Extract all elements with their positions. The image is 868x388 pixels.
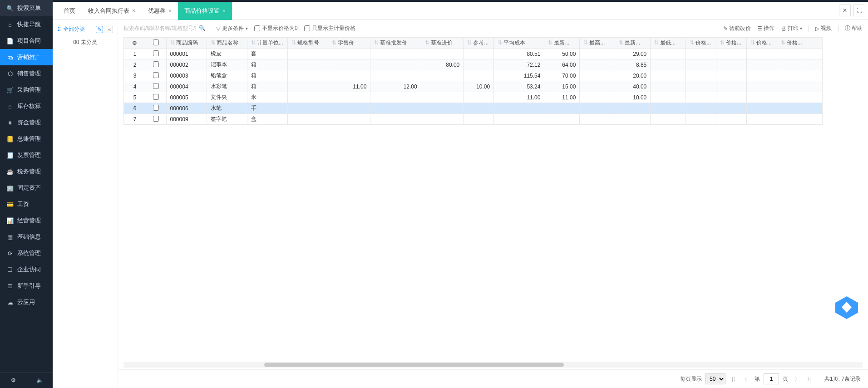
- column-header-2[interactable]: ⇅商品编码: [166, 38, 207, 49]
- hide-zero-checkbox[interactable]: 不显示价格为0: [254, 25, 298, 32]
- close-icon[interactable]: ×: [168, 8, 172, 14]
- operate-button[interactable]: ☰操作: [757, 25, 774, 32]
- only-main-unit-checkbox[interactable]: 只显示主计量价格: [304, 25, 355, 32]
- sort-icon[interactable]: ⇅: [251, 39, 256, 46]
- sidebar-item-14[interactable]: ▦基础信息: [0, 229, 53, 245]
- help-button[interactable]: ⓘ帮助: [845, 25, 863, 32]
- tab-3[interactable]: 商品价格设置×: [178, 2, 232, 20]
- sort-icon[interactable]: ⇅: [583, 39, 588, 46]
- category-item[interactable]: 00 未分类: [54, 35, 116, 50]
- sidebar-item-17[interactable]: ☰新手引导: [0, 278, 53, 294]
- category-all-label[interactable]: 全部分类: [63, 25, 85, 33]
- column-header-13[interactable]: ⇅最新...: [615, 38, 651, 49]
- column-header-15[interactable]: ⇅价格...: [686, 38, 716, 49]
- sidebar-item-6[interactable]: ⌂库存核算: [0, 98, 53, 114]
- sidebar-item-9[interactable]: 🧾发票管理: [0, 147, 53, 163]
- settings-button[interactable]: ⚙: [0, 373, 26, 388]
- sidebar-item-16[interactable]: ☐企业协同: [0, 261, 53, 278]
- table-row[interactable]: 3000003铅笔盒箱115.5470.0020.00: [124, 70, 823, 81]
- table-row[interactable]: 1000001橡皮套80.5150.0029.00: [124, 49, 823, 59]
- next-page-button[interactable]: ⟩: [792, 374, 801, 383]
- sort-icon[interactable]: ⇅: [781, 39, 785, 46]
- collapse-sidebar-button[interactable]: 🔈: [26, 373, 53, 388]
- column-header-11[interactable]: ⇅最新...: [544, 38, 580, 49]
- prev-page-button[interactable]: ⟨: [742, 374, 751, 383]
- fullscreen-button[interactable]: ⛶: [853, 5, 865, 16]
- row-checkbox[interactable]: [153, 61, 159, 67]
- row-checkbox[interactable]: [153, 94, 159, 100]
- video-button[interactable]: ▷视频: [815, 25, 832, 32]
- sort-icon[interactable]: ⇅: [374, 39, 379, 46]
- smart-price-button[interactable]: ✎智能改价: [723, 25, 751, 32]
- sidebar-item-10[interactable]: ☕税务管理: [0, 163, 53, 180]
- row-checkbox[interactable]: [153, 72, 159, 78]
- row-checkbox[interactable]: [153, 105, 159, 111]
- sidebar-item-12[interactable]: 💳工资: [0, 196, 53, 212]
- column-header-8[interactable]: ⇅基准进价: [421, 38, 464, 49]
- column-header-12[interactable]: ⇅最高...: [580, 38, 615, 49]
- sidebar-item-2[interactable]: 📄项目合同: [0, 33, 53, 49]
- sort-icon[interactable]: ⇅: [690, 39, 694, 46]
- more-conditions-button[interactable]: ▽ 更多条件 ▾: [216, 25, 248, 32]
- sort-icon[interactable]: ⇅: [170, 39, 175, 46]
- column-header-0[interactable]: ⚙: [124, 38, 146, 49]
- row-checkbox[interactable]: [153, 116, 159, 122]
- table-row[interactable]: 5000005文件夹米11.0011.0010.00: [124, 92, 823, 103]
- sort-icon[interactable]: ⇅: [332, 39, 336, 46]
- table-row[interactable]: 6000006水笔手: [124, 103, 823, 114]
- close-all-tabs-button[interactable]: ✕: [839, 5, 851, 16]
- column-header-17[interactable]: ⇅价格...: [746, 38, 777, 49]
- column-header-5[interactable]: ⇅规格型号: [287, 38, 328, 49]
- column-header-10[interactable]: ⇅平均成本: [494, 38, 544, 49]
- sidebar-item-7[interactable]: ¥资金管理: [0, 114, 53, 131]
- sort-icon[interactable]: ⇅: [619, 39, 623, 46]
- sidebar-item-4[interactable]: ⬡销售管理: [0, 65, 53, 82]
- search-input[interactable]: [123, 25, 196, 31]
- page-input[interactable]: [764, 373, 779, 384]
- column-header-1[interactable]: [146, 38, 166, 49]
- sidebar-item-0[interactable]: 🔍搜索菜单: [0, 0, 53, 16]
- table-row[interactable]: 7000009签字笔盒: [124, 114, 823, 125]
- sort-icon[interactable]: ⇅: [498, 39, 502, 46]
- sidebar-item-15[interactable]: ⟳系统管理: [0, 245, 53, 261]
- column-header-18[interactable]: ⇅价格...: [777, 38, 807, 49]
- sidebar-item-5[interactable]: 🛒采购管理: [0, 82, 53, 98]
- sort-icon[interactable]: ⇅: [291, 39, 296, 46]
- close-icon[interactable]: ×: [132, 8, 135, 14]
- column-header-4[interactable]: ⇅计量单位...: [247, 38, 287, 49]
- column-header-6[interactable]: ⇅零售价: [328, 38, 370, 49]
- edit-category-button[interactable]: ✎: [96, 26, 103, 33]
- collapse-category-button[interactable]: «: [106, 26, 113, 33]
- tab-2[interactable]: 优惠券×: [142, 2, 178, 20]
- sidebar-item-18[interactable]: ☁云应用: [0, 294, 53, 310]
- row-checkbox[interactable]: [153, 50, 159, 56]
- sidebar-item-8[interactable]: 📒总账管理: [0, 131, 53, 147]
- sidebar-item-13[interactable]: 📊经营管理: [0, 212, 53, 229]
- sort-icon[interactable]: ⇅: [211, 39, 215, 46]
- sort-icon[interactable]: ⇅: [467, 39, 472, 46]
- select-all-checkbox[interactable]: [153, 39, 159, 45]
- tab-1[interactable]: 收入合同执行表×: [82, 2, 142, 20]
- column-header-19[interactable]: [807, 38, 823, 49]
- gear-icon[interactable]: ⚙: [132, 40, 137, 46]
- print-button[interactable]: 🖨打印▾: [781, 25, 802, 32]
- sort-icon[interactable]: ⇅: [750, 39, 755, 46]
- sort-icon[interactable]: ⇅: [720, 39, 725, 46]
- sort-icon[interactable]: ⇅: [654, 39, 659, 46]
- per-page-select[interactable]: 50: [705, 373, 725, 384]
- column-header-3[interactable]: ⇅商品名称: [207, 38, 247, 49]
- table-row[interactable]: 4000004水彩笔箱11.0012.0010.0053.2415.0040.0…: [124, 81, 823, 92]
- column-header-14[interactable]: ⇅最低...: [651, 38, 686, 49]
- first-page-button[interactable]: |⟨: [729, 374, 738, 383]
- sidebar-item-1[interactable]: ⌂快捷导航: [0, 16, 53, 33]
- sidebar-item-11[interactable]: 🏢固定资产: [0, 180, 53, 196]
- table-row[interactable]: 2000002记事本箱80.0072.1264.008.85: [124, 59, 823, 70]
- column-header-16[interactable]: ⇅价格...: [716, 38, 746, 49]
- sidebar-item-3[interactable]: 🛍营销推广: [0, 49, 53, 65]
- horizontal-scrollbar[interactable]: [123, 362, 863, 368]
- sort-icon[interactable]: ⇅: [548, 39, 552, 46]
- last-page-button[interactable]: ⟩|: [804, 374, 814, 383]
- close-icon[interactable]: ×: [222, 8, 226, 14]
- column-header-7[interactable]: ⇅基准批发价: [370, 38, 421, 49]
- column-header-9[interactable]: ⇅参考...: [464, 38, 494, 49]
